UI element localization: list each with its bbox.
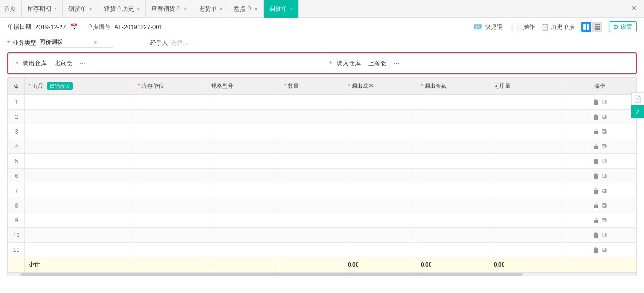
row-available-8[interactable] [490,198,563,213]
copy-row-icon-7[interactable]: ⧉ [602,187,607,195]
row-amount-10[interactable] [417,228,490,243]
copy-row-icon-2[interactable]: ⧉ [602,113,607,121]
copy-row-icon-3[interactable]: ⧉ [602,128,607,135]
row-unit-1[interactable] [134,95,207,110]
row-cost-3[interactable] [344,124,417,139]
row-spec-10[interactable] [207,228,280,243]
row-qty-8[interactable] [280,198,344,213]
row-cost-1[interactable] [344,95,417,110]
row-cost-10[interactable] [344,228,417,243]
close-transfer[interactable]: × [290,6,293,12]
row-cost-4[interactable] [344,139,417,154]
row-cost-7[interactable] [344,183,417,198]
row-cost-2[interactable] [344,110,417,124]
row-qty-9[interactable] [280,213,344,228]
th-settings[interactable]: ⚙ [8,78,25,95]
horizontal-scrollbar[interactable] [8,272,636,276]
row-spec-2[interactable] [207,110,280,124]
row-spec-4[interactable] [207,139,280,154]
row-amount-2[interactable] [417,110,490,124]
row-spec-3[interactable] [207,124,280,139]
copy-row-icon-8[interactable]: ⧉ [602,201,607,209]
row-unit-7[interactable] [134,183,207,198]
row-cost-11[interactable] [344,243,417,257]
history-button[interactable]: 📋 历史单据 [541,23,575,31]
tab-view-sales[interactable]: 查看销货单 × [146,0,193,18]
row-product-9[interactable] [25,213,134,228]
row-available-10[interactable] [490,228,563,243]
close-sales-history[interactable]: × [137,6,140,12]
close-inventory[interactable]: × [255,6,257,12]
tab-inventory[interactable]: 盘点单 × [228,0,263,18]
operation-button[interactable]: ⋮⋮ 操作 [509,23,535,31]
row-amount-9[interactable] [417,213,490,228]
copy-row-icon-9[interactable]: ⧉ [602,216,607,224]
row-spec-6[interactable] [207,169,280,183]
delete-row-icon-3[interactable]: 🗑 [593,128,599,135]
row-amount-4[interactable] [417,139,490,154]
copy-row-icon-5[interactable]: ⧉ [602,157,607,165]
close-init-stock[interactable]: × [54,6,57,12]
row-qty-11[interactable] [280,243,344,257]
tab-init-stock[interactable]: 库存期初 × [22,0,63,18]
row-amount-1[interactable] [417,95,490,110]
delete-row-icon-5[interactable]: 🗑 [593,158,599,165]
delete-row-icon-9[interactable]: 🗑 [593,217,599,224]
layout-btn-1[interactable] [581,22,591,32]
row-unit-3[interactable] [134,124,207,139]
row-unit-6[interactable] [134,169,207,183]
row-qty-4[interactable] [280,139,344,154]
row-cost-9[interactable] [344,213,417,228]
row-product-6[interactable] [25,169,134,183]
row-unit-10[interactable] [134,228,207,243]
tab-sales-history[interactable]: 销货单历史 × [98,0,146,18]
person-input[interactable]: 选择... [171,39,188,47]
delete-row-icon-4[interactable]: 🗑 [593,143,599,150]
row-available-5[interactable] [490,154,563,169]
delete-row-icon-10[interactable]: 🗑 [593,232,599,239]
biz-type-select[interactable]: 同价调拨 ▾ [39,38,113,48]
tab-sales-order[interactable]: 销货单 × [63,0,98,18]
calendar-icon[interactable]: 📅 [70,23,78,31]
close-purchase-order[interactable]: × [219,6,222,12]
right-panel-doc-icon[interactable]: 📄 [631,92,644,105]
row-spec-1[interactable] [207,95,280,110]
row-spec-8[interactable] [207,198,280,213]
row-qty-7[interactable] [280,183,344,198]
row-cost-5[interactable] [344,154,417,169]
row-unit-5[interactable] [134,154,207,169]
row-product-8[interactable] [25,198,134,213]
row-spec-11[interactable] [207,243,280,257]
row-product-10[interactable] [25,228,134,243]
copy-row-icon-6[interactable]: ⧉ [602,172,607,180]
right-panel-expand-icon[interactable]: ↗ [631,105,644,118]
delete-row-icon-2[interactable]: 🗑 [593,113,599,121]
row-product-7[interactable] [25,183,134,198]
row-available-2[interactable] [490,110,563,124]
row-amount-5[interactable] [417,154,490,169]
row-product-1[interactable] [25,95,134,110]
tab-transfer[interactable]: 调拨单 × [264,0,299,18]
delete-row-icon-7[interactable]: 🗑 [593,187,599,195]
row-spec-7[interactable] [207,183,280,198]
scan-entry-button[interactable]: 扫码录入 [47,82,73,90]
copy-row-icon-4[interactable]: ⧉ [602,142,607,150]
close-sales-order[interactable]: × [89,6,92,12]
layout-btn-2[interactable] [592,22,602,32]
row-cost-8[interactable] [344,198,417,213]
row-qty-3[interactable] [280,124,344,139]
transfer-out-more-icon[interactable]: ··· [79,59,85,67]
transfer-in-more-icon[interactable]: ··· [394,59,400,67]
row-unit-8[interactable] [134,198,207,213]
row-amount-8[interactable] [417,198,490,213]
copy-row-icon-1[interactable]: ⧉ [602,98,607,106]
row-spec-5[interactable] [207,154,280,169]
row-unit-2[interactable] [134,110,207,124]
window-close-button[interactable]: × [628,4,640,13]
row-product-3[interactable] [25,124,134,139]
row-product-5[interactable] [25,154,134,169]
row-available-3[interactable] [490,124,563,139]
delete-row-icon-8[interactable]: 🗑 [593,202,599,209]
tab-purchase-order[interactable]: 进货单 × [193,0,228,18]
row-amount-3[interactable] [417,124,490,139]
